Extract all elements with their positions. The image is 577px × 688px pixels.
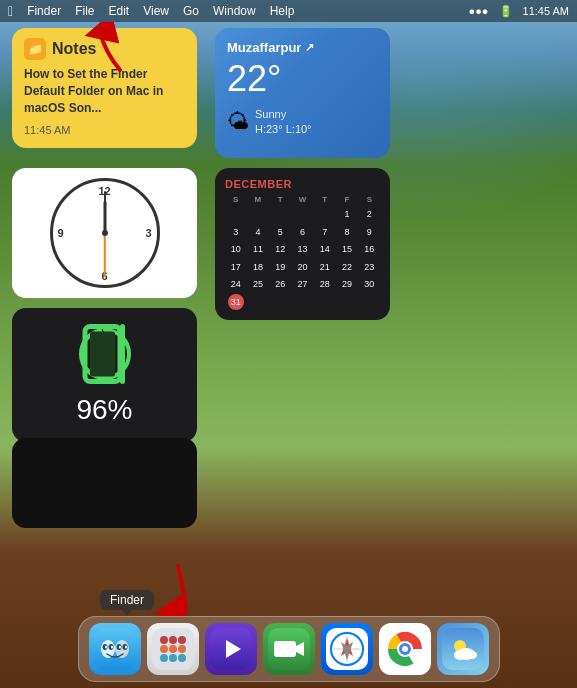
weather-dock-icon[interactable] — [437, 623, 489, 675]
svg-point-19 — [178, 636, 186, 644]
cal-day-empty3 — [270, 206, 291, 223]
cal-header-s2: S — [359, 194, 380, 205]
dock-item-chrome[interactable] — [379, 623, 431, 675]
apple-menu[interactable]:  — [8, 3, 13, 19]
clock-display: 11:45 AM — [523, 5, 569, 17]
menubar-left:  Finder File Edit View Go Window Help — [8, 3, 294, 19]
cal-day-21: 21 — [314, 259, 335, 276]
menubar-window[interactable]: Window — [213, 4, 256, 18]
cal-day-20: 20 — [292, 259, 313, 276]
dock-item-safari[interactable] — [321, 623, 373, 675]
location-arrow-icon: ↗ — [305, 41, 314, 54]
svg-point-23 — [160, 654, 168, 662]
svg-point-18 — [169, 636, 177, 644]
calendar-widget[interactable]: DECEMBER S M T W T F S 1 2 3 4 5 6 7 8 9 — [215, 168, 390, 320]
menubar-view[interactable]: View — [143, 4, 169, 18]
svg-point-42 — [402, 646, 408, 652]
clock-center — [102, 230, 108, 236]
cal-day-18: 18 — [247, 259, 268, 276]
tooltip-caret — [122, 610, 132, 616]
clock-3: 3 — [145, 227, 151, 239]
desktop:  Finder File Edit View Go Window Help ●… — [0, 0, 577, 688]
svg-rect-4 — [90, 332, 115, 377]
svg-point-12 — [105, 646, 107, 649]
finder-tooltip-label: Finder — [100, 590, 154, 610]
svg-point-15 — [125, 646, 127, 649]
cal-day-31-today: 31 — [228, 294, 244, 310]
cal-day-empty2 — [247, 206, 268, 223]
notes-note-text: How to Set the Finder Default Folder on … — [24, 66, 185, 116]
cal-day-15: 15 — [336, 241, 357, 258]
facetime-dock-icon[interactable] — [263, 623, 315, 675]
menubar-finder[interactable]: Finder — [27, 4, 61, 18]
menubar-go[interactable]: Go — [183, 4, 199, 18]
cal-day-14: 14 — [314, 241, 335, 258]
menubar-file[interactable]: File — [75, 4, 94, 18]
imovie-dock-icon[interactable] — [205, 623, 257, 675]
cal-day-6: 6 — [292, 224, 313, 241]
cal-day-empty1 — [225, 206, 246, 223]
cal-header-t1: T — [270, 194, 291, 205]
cal-day-1: 1 — [336, 206, 357, 223]
dock-item-finder[interactable] — [89, 623, 141, 675]
svg-point-24 — [169, 654, 177, 662]
svg-point-25 — [178, 654, 186, 662]
cal-header-w: W — [292, 194, 313, 205]
svg-rect-3 — [120, 324, 125, 384]
cal-day-22: 22 — [336, 259, 357, 276]
cal-header-f: F — [336, 194, 357, 205]
cal-day-9: 9 — [359, 224, 380, 241]
wifi-icon[interactable]: ●●● — [469, 5, 489, 17]
chrome-dock-icon[interactable] — [379, 623, 431, 675]
weather-widget[interactable]: Muzaffarpur ↗ 22° 🌤 Sunny H:23° L:10° — [215, 28, 390, 158]
cal-day-2: 2 — [359, 206, 380, 223]
cal-day-23: 23 — [359, 259, 380, 276]
cal-day-8: 8 — [336, 224, 357, 241]
svg-rect-29 — [274, 641, 296, 657]
menubar-edit[interactable]: Edit — [108, 4, 129, 18]
finder-tooltip: Finder — [100, 590, 154, 616]
weather-temperature: 22° — [227, 59, 378, 99]
cal-header-s1: S — [225, 194, 246, 205]
battery-percentage: 96% — [76, 394, 132, 426]
cal-day-12: 12 — [270, 241, 291, 258]
cal-day-30: 30 — [359, 276, 380, 293]
weather-location: Muzaffarpur ↗ — [227, 40, 378, 55]
cal-day-25: 25 — [247, 276, 268, 293]
cal-header-m: M — [247, 194, 268, 205]
launchpad-dock-icon[interactable] — [147, 623, 199, 675]
cal-header-t2: T — [314, 194, 335, 205]
battery-laptop-icon — [75, 324, 135, 384]
svg-point-47 — [467, 651, 477, 659]
finder-dock-icon[interactable] — [89, 623, 141, 675]
dock-item-imovie[interactable] — [205, 623, 257, 675]
finder-arrow — [148, 561, 208, 620]
cal-day-13: 13 — [292, 241, 313, 258]
dock-item-weather[interactable] — [437, 623, 489, 675]
svg-point-46 — [454, 650, 466, 660]
svg-point-21 — [169, 645, 177, 653]
cal-day-3: 3 — [225, 224, 246, 241]
cal-day-10: 10 — [225, 241, 246, 258]
cal-day-24: 24 — [225, 276, 246, 293]
battery-circle-chart — [75, 324, 135, 384]
dark-widget — [12, 438, 197, 528]
menubar-help[interactable]: Help — [270, 4, 295, 18]
cal-day-7: 7 — [314, 224, 335, 241]
safari-dock-icon[interactable] — [321, 623, 373, 675]
cal-day-29: 29 — [336, 276, 357, 293]
battery-widget: 96% — [12, 308, 197, 442]
cal-day-27: 27 — [292, 276, 313, 293]
notes-timestamp: 11:45 AM — [24, 124, 185, 136]
cal-day-empty5 — [314, 206, 335, 223]
weather-description: Sunny H:23° L:10° — [255, 107, 312, 138]
dock-item-launchpad[interactable] — [147, 623, 199, 675]
dock-item-facetime[interactable] — [263, 623, 315, 675]
minute-hand — [104, 191, 106, 233]
notes-folder-icon: 📁 — [24, 38, 46, 60]
clock-widget: 12 3 6 9 — [12, 168, 197, 298]
menubar-right: ●●● 🔋 11:45 AM — [469, 5, 569, 18]
svg-point-20 — [160, 645, 168, 653]
svg-point-17 — [160, 636, 168, 644]
weather-sun-icon: 🌤 — [227, 109, 249, 135]
